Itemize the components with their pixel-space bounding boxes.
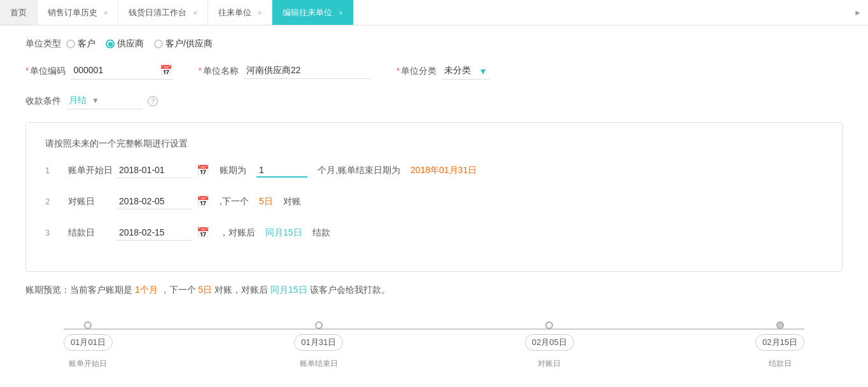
preview-period: 1个月 (135, 285, 158, 295)
unit-name-field: *单位名称 (198, 63, 370, 79)
start-date-calendar-icon[interactable]: 📅 (197, 164, 209, 176)
radio-circle-customer (66, 39, 75, 48)
reconcile-date-calendar-icon[interactable]: 📅 (197, 195, 209, 208)
radio-circle-both (154, 39, 163, 48)
timeline-points: 01月01日 账单开始日 01月31日 账单结束日 02月05日 对账日 02月… (64, 321, 804, 369)
reconcile-date-input[interactable] (116, 194, 193, 209)
setting-row-1: 1 账单开始日 📅 账期为 个月,账单结束日期为 2018年01月31日 (45, 162, 823, 178)
tab-bar-expand-arrow[interactable]: ► (848, 0, 868, 25)
timeline-point-2: 01月31日 账单结束日 (294, 321, 343, 369)
radio-group: 客户 供应商 客户/供应商 (66, 38, 213, 50)
tab-edit-partner[interactable]: 编辑往来单位× (272, 0, 353, 25)
tab-close-edit-partner[interactable]: × (339, 9, 342, 17)
row-date-3: 📅 (116, 225, 209, 241)
radio-both[interactable]: 客户/供应商 (154, 38, 213, 50)
timeline-badge-4: 02月15日 (755, 334, 804, 351)
timeline-point-4: 02月15日 结款日 (755, 321, 804, 369)
reconcile-day-highlight: 5日 (259, 196, 273, 208)
unit-name-label: *单位名称 (198, 66, 238, 77)
unit-category-label: *单位分类 (396, 66, 437, 77)
timeline-badge-1: 01月01日 (64, 334, 113, 351)
tab-home[interactable]: 首页 (0, 0, 38, 25)
row-num-2: 2 (45, 197, 58, 206)
reconcile-prefix: ,下一个 (220, 196, 249, 208)
row-date-1: 📅 (116, 162, 209, 178)
preview-payment-day: 同月15日 (270, 285, 307, 295)
timeline-sublabel-2: 账单结束日 (300, 358, 338, 369)
timeline-section: 01月01日 账单开始日 01月31日 账单结束日 02月05日 对账日 02月… (25, 309, 843, 376)
end-date-highlight: 2018年01月31日 (410, 165, 477, 176)
row-num-3: 3 (45, 228, 58, 237)
radio-customer[interactable]: 客户 (66, 38, 95, 50)
radio-supplier[interactable]: 供应商 (106, 38, 144, 50)
radio-label-customer: 客户 (78, 38, 95, 50)
card-instruction: 请按照未来的一个完整帐期进行设置 (45, 138, 823, 150)
timeline-badge-2: 01月31日 (294, 334, 343, 351)
preview-day: 5日 (198, 285, 212, 295)
payment-terms-field: 收款条件 月结 ▼ ? (25, 92, 158, 109)
unit-info-row: *单位编码 📅 *单位名称 *单位分类 未分类 ▼ (25, 62, 843, 80)
unit-code-icon[interactable]: 📅 (160, 64, 172, 76)
timeline-sublabel-1: 账单开始日 (69, 358, 107, 369)
radio-circle-supplier (106, 39, 115, 48)
category-chevron-icon: ▼ (479, 66, 487, 76)
payment-terms-row: 收款条件 月结 ▼ ? (25, 92, 843, 109)
timeline-sublabel-4: 结款日 (769, 358, 792, 369)
unit-code-field: *单位编码 📅 (25, 62, 172, 80)
unit-type-row: 单位类型 客户 供应商 客户/供应商 (25, 38, 843, 50)
tab-cash-work[interactable]: 钱货日清工作台× (118, 0, 207, 25)
unit-type-field: 单位类型 客户 供应商 客户/供应商 (25, 38, 213, 50)
tab-partner[interactable]: 往来单位× (208, 0, 272, 25)
row-label-2: 对账日 (68, 196, 106, 208)
radio-label-supplier: 供应商 (117, 38, 144, 50)
radio-label-both: 客户/供应商 (165, 38, 213, 50)
period-value-input[interactable] (256, 164, 307, 178)
unit-code-input-wrap: 📅 (71, 62, 172, 80)
timeline-sublabel-3: 对账日 (538, 358, 561, 369)
help-icon[interactable]: ? (148, 96, 158, 106)
settings-card: 请按照未来的一个完整帐期进行设置 1 账单开始日 📅 账期为 个月,账单结束日期… (25, 122, 843, 272)
preview-mid2: 对账，对账后 (214, 285, 268, 295)
payment-terms-select[interactable]: 月结 ▼ (66, 92, 143, 109)
payment-date-input[interactable] (116, 225, 193, 241)
unit-category-dropdown[interactable]: 未分类 ▼ (442, 62, 487, 80)
timeline-dot-3 (545, 321, 553, 329)
period-unit: 个月,账单结束日期为 (318, 165, 400, 176)
tab-sales-history[interactable]: 销售订单历史× (38, 0, 118, 25)
setting-row-3: 3 结款日 📅 ，对账后 同月15日 结款 (45, 225, 823, 241)
preview-mid1: ，下一个 (160, 285, 196, 295)
tab-bar: 首页销售订单历史×钱货日清工作台×往来单位×编辑往来单位×► (0, 0, 868, 25)
row-label-1: 账单开始日 (68, 165, 106, 176)
unit-code-input[interactable] (71, 62, 160, 78)
main-content: 单位类型 客户 供应商 客户/供应商 *单位编码 (0, 25, 868, 387)
payment-terms-value: 月结 (69, 95, 87, 106)
period-label: 账期为 (220, 165, 246, 176)
timeline-point-1: 01月01日 账单开始日 (64, 321, 113, 369)
unit-category-field: *单位分类 未分类 ▼ (396, 62, 487, 80)
timeline-dot-4 (776, 321, 784, 329)
unit-code-label: *单位编码 (25, 66, 66, 77)
preview-text: 账期预览：当前客户账期是 1个月 ，下一个 5日 对账，对账后 同月15日 该客… (25, 285, 843, 296)
timeline-dot-1 (84, 321, 92, 329)
row-date-2: 📅 (116, 194, 209, 209)
reconcile-suffix: 对账 (283, 196, 301, 208)
tab-close-partner[interactable]: × (258, 9, 262, 17)
timeline-badge-3: 02月05日 (525, 334, 574, 351)
tab-close-sales-history[interactable]: × (104, 9, 108, 17)
tab-close-cash-work[interactable]: × (193, 9, 197, 17)
preview-suffix: 该客户会给我打款。 (310, 285, 390, 295)
row-label-3: 结款日 (68, 227, 106, 239)
payment-day-highlight: 同月15日 (265, 227, 302, 239)
unit-type-label: 单位类型 (25, 38, 61, 50)
payment-terms-chevron-icon: ▼ (92, 96, 99, 105)
timeline-point-3: 02月05日 对账日 (525, 321, 574, 369)
timeline-dot-2 (315, 321, 323, 329)
preview-prefix: 账期预览：当前客户账期是 (25, 285, 132, 295)
unit-name-input[interactable] (244, 63, 371, 79)
payment-suffix: 结款 (312, 227, 330, 239)
start-date-input[interactable] (116, 162, 193, 178)
payment-prefix: ，对账后 (220, 227, 255, 239)
row-num-1: 1 (45, 165, 58, 175)
payment-date-calendar-icon[interactable]: 📅 (197, 227, 209, 239)
setting-row-2: 2 对账日 📅 ,下一个 5日 对账 (45, 194, 823, 209)
